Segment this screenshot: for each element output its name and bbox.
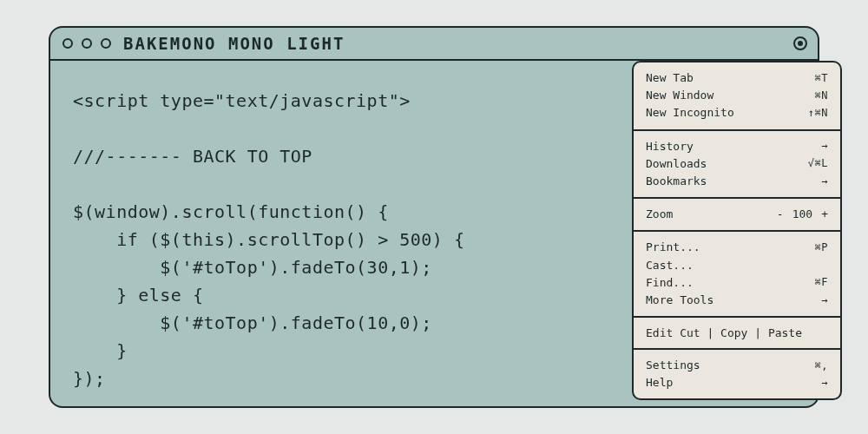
menu-new-window[interactable]: New Window ⌘N <box>646 87 828 104</box>
zoom-out-button[interactable]: - <box>777 207 784 222</box>
context-menu: New Tab ⌘T New Window ⌘N New Incognito ↑… <box>632 61 842 400</box>
menu-new-incognito[interactable]: New Incognito ↑⌘N <box>646 104 828 122</box>
menu-label: More Tools <box>646 293 713 308</box>
arrow-right-icon: → <box>821 293 828 308</box>
maximize-icon[interactable] <box>101 38 111 49</box>
menu-cast[interactable]: Cast... <box>646 257 828 274</box>
window-title: BAKEMONO MONO LIGHT <box>123 34 345 53</box>
titlebar: BAKEMONO MONO LIGHT <box>50 28 818 61</box>
menu-section-edit: Edit Cut | Copy | Paste <box>634 316 840 348</box>
zoom-in-button[interactable]: + <box>821 207 828 222</box>
menu-new-tab[interactable]: New Tab ⌘T <box>646 69 828 87</box>
menu-shortcut: ⌘N <box>815 89 828 103</box>
menu-history[interactable]: History → <box>646 138 828 155</box>
menu-shortcut: ⌘P <box>815 240 828 255</box>
menu-section-nav: History → Downloads √⌘L Bookmarks → <box>634 129 840 198</box>
arrow-right-icon: → <box>821 174 828 189</box>
close-icon[interactable] <box>62 38 73 49</box>
arrow-right-icon: → <box>821 376 828 391</box>
menu-label: Print... <box>646 240 700 255</box>
menu-label: Help <box>646 375 673 391</box>
menu-label: Zoom <box>646 207 673 222</box>
minimize-icon[interactable] <box>82 38 92 49</box>
menu-label: Settings <box>646 358 700 373</box>
menu-section-new: New Tab ⌘T New Window ⌘N New Incognito ↑… <box>634 62 840 129</box>
menu-more-tools[interactable]: More Tools → <box>646 292 828 309</box>
menu-shortcut: ⌘F <box>815 275 828 290</box>
arrow-right-icon: → <box>821 139 828 154</box>
target-icon[interactable] <box>793 36 807 50</box>
menu-zoom: Zoom - 100 + <box>646 206 828 223</box>
zoom-value: 100 <box>792 207 812 222</box>
menu-help[interactable]: Help → <box>646 374 828 391</box>
menu-label: History <box>646 139 694 155</box>
menu-section-tools: Print... ⌘P Cast... Find... ⌘F More Tool… <box>634 230 840 316</box>
menu-section-zoom: Zoom - 100 + <box>634 197 840 230</box>
menu-label: New Incognito <box>646 105 734 121</box>
menu-label: Find... <box>646 275 694 291</box>
menu-shortcut: ↑⌘N <box>808 106 828 121</box>
menu-shortcut: ⌘, <box>815 358 828 373</box>
menu-label: Bookmarks <box>646 174 707 189</box>
menu-edit-row[interactable]: Edit Cut | Copy | Paste <box>646 325 828 341</box>
menu-find[interactable]: Find... ⌘F <box>646 274 828 292</box>
menu-shortcut: ⌘T <box>815 71 828 86</box>
menu-label: Downloads <box>646 156 707 172</box>
traffic-lights <box>62 38 111 49</box>
menu-settings[interactable]: Settings ⌘, <box>646 357 828 374</box>
menu-print[interactable]: Print... ⌘P <box>646 239 828 256</box>
menu-label: New Window <box>646 88 713 103</box>
menu-shortcut: √⌘L <box>808 156 828 171</box>
menu-label: New Tab <box>646 70 694 86</box>
menu-section-settings: Settings ⌘, Help → <box>634 348 840 398</box>
menu-bookmarks[interactable]: Bookmarks → <box>646 173 828 190</box>
menu-downloads[interactable]: Downloads √⌘L <box>646 155 828 173</box>
menu-label: Cast... <box>646 258 694 273</box>
